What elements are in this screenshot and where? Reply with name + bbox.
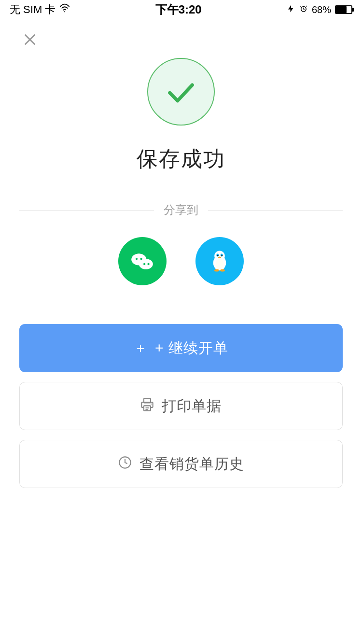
battery-text: 68%	[312, 4, 331, 15]
success-circle	[147, 58, 215, 126]
history-button[interactable]: 查看销货单历史	[19, 440, 343, 488]
wifi-icon	[59, 3, 70, 16]
share-divider: 分享到	[19, 202, 343, 218]
printer-icon	[140, 398, 154, 415]
carrier-text: 无 SIM 卡	[10, 2, 56, 17]
share-icons	[118, 237, 244, 285]
continue-button[interactable]: ＋ + 继续开单	[19, 324, 343, 372]
wechat-icon	[128, 247, 157, 276]
history-label: 查看销货单历史	[139, 454, 244, 474]
close-button[interactable]	[19, 29, 41, 50]
svg-point-14	[143, 263, 145, 265]
divider-right	[208, 210, 343, 210]
location-icon	[287, 4, 295, 15]
svg-point-23	[216, 259, 224, 269]
checkmark-icon	[164, 75, 198, 109]
qq-share-button[interactable]	[195, 237, 244, 285]
share-label: 分享到	[164, 202, 198, 218]
main-content: 保存成功 分享到	[0, 19, 362, 644]
svg-point-20	[217, 255, 218, 256]
svg-point-22	[218, 256, 221, 258]
history-icon	[118, 456, 132, 473]
qq-icon	[205, 247, 234, 276]
status-time: 下午3:20	[155, 2, 202, 17]
plus-icon: ＋	[134, 339, 147, 357]
print-label: 打印单据	[162, 396, 222, 416]
status-bar: 无 SIM 卡 下午3:20 68%	[0, 0, 362, 19]
alarm-icon	[299, 4, 308, 15]
svg-point-11	[136, 258, 138, 260]
divider-left	[19, 210, 154, 210]
svg-point-24	[214, 269, 219, 272]
svg-point-25	[220, 269, 225, 272]
svg-point-13	[140, 259, 153, 269]
success-title: 保存成功	[137, 145, 225, 173]
svg-point-21	[222, 255, 223, 256]
wechat-share-button[interactable]	[118, 237, 167, 285]
print-button[interactable]: 打印单据	[19, 382, 343, 430]
status-right: 68%	[287, 4, 352, 15]
svg-point-15	[147, 263, 149, 265]
continue-label: + 继续开单	[155, 338, 228, 358]
svg-point-12	[140, 258, 142, 260]
svg-point-30	[151, 403, 152, 404]
status-left: 无 SIM 卡	[10, 2, 70, 17]
battery-icon	[335, 5, 352, 14]
svg-point-0	[64, 11, 65, 12]
